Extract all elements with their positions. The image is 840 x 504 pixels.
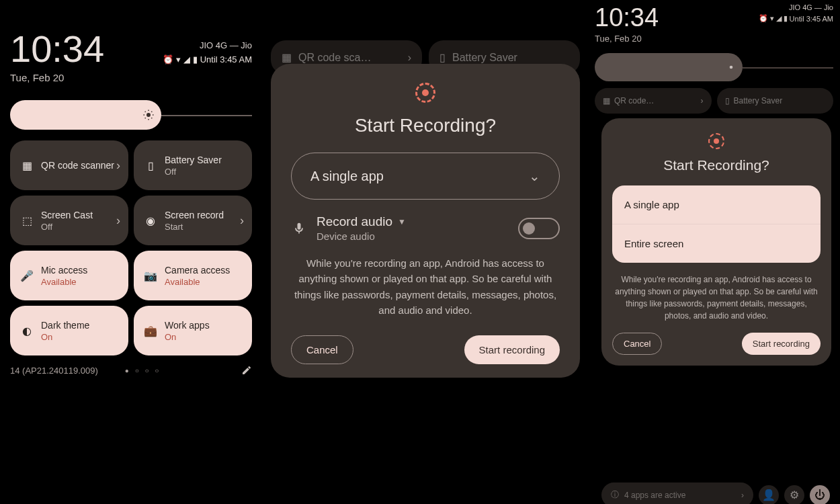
info-icon: ⓘ: [611, 489, 619, 501]
tile-title: Mic access: [41, 265, 119, 276]
date: Tue, Feb 20: [10, 72, 252, 83]
audio-toggle[interactable]: [518, 218, 560, 239]
cancel-button[interactable]: Cancel: [612, 333, 662, 355]
start-recording-button[interactable]: Start recording: [464, 335, 560, 364]
tile-battery-saver[interactable]: ▯ Battery Saver Off: [134, 140, 252, 190]
option-single-app[interactable]: A single app: [612, 185, 821, 224]
mic-icon: [291, 222, 307, 235]
panel3: 10:34 Tue, Feb 20 JIO 4G — Jio ⏰ ▾ ◢ ▮ U…: [595, 3, 833, 114]
tile-screen-cast[interactable]: ⬚ Screen Cast Off ›: [10, 196, 128, 245]
edit-icon[interactable]: [241, 365, 252, 376]
chevron-down-icon: ⌄: [529, 168, 540, 184]
warning-text: While you're recording an app, Android h…: [284, 255, 566, 318]
record-icon: [284, 83, 566, 103]
tile-work-apps[interactable]: 💼 Work apps On: [134, 306, 252, 355]
tile-title: Dark theme: [41, 320, 119, 331]
until-label: Until 3:45 AM: [200, 54, 252, 65]
scope-dropdown[interactable]: A single app ⌄: [291, 153, 560, 200]
start-recording-dialog-options: Start Recording? A single app Entire scr…: [601, 118, 831, 366]
tile-title: Screen record: [165, 210, 243, 220]
warning-text: While you're recording an app, Android h…: [612, 274, 821, 322]
battery-icon: ▯: [143, 158, 158, 173]
date: Tue, Feb 20: [595, 34, 659, 44]
quick-settings-panel: 10:34 Tue, Feb 20 JIO 4G — Jio ⏰ ▾ ◢ ▮ U…: [10, 30, 252, 376]
clock: 10:34: [595, 3, 659, 32]
qr-icon: ▦: [19, 158, 34, 173]
settings-icon[interactable]: ⚙: [784, 485, 804, 505]
bg-tile-qr: ▦QR code…›: [595, 88, 712, 114]
footer-bar: ⓘ 4 apps are active › 👤 ⚙ ⏻: [601, 482, 830, 504]
dialog-title: Start Recording?: [612, 157, 821, 173]
wifi-icon: ▾: [176, 54, 181, 65]
battery-icon: ▮: [193, 54, 198, 65]
alarm-icon: ⏰: [759, 14, 768, 23]
qr-icon: ▦: [282, 51, 292, 64]
svg-point-0: [146, 113, 151, 117]
dropdown-value: A single app: [310, 169, 384, 184]
tile-subtitle: Start: [165, 222, 243, 232]
svg-point-1: [730, 66, 733, 69]
start-recording-dialog: Start Recording? A single app ⌄ Record a…: [271, 64, 580, 378]
dark-icon: ◐: [19, 323, 34, 338]
until-label: Until 3:45 AM: [790, 15, 833, 23]
cancel-button[interactable]: Cancel: [291, 335, 353, 364]
option-entire-screen[interactable]: Entire screen: [612, 224, 821, 263]
chevron-right-icon: ›: [116, 159, 120, 173]
tile-subtitle: Available: [41, 277, 119, 287]
tile-title: Screen Cast: [41, 210, 119, 220]
mic-icon: 🎤: [19, 268, 34, 283]
brightness-slider[interactable]: [10, 100, 252, 130]
status-bar: JIO 4G — Jio ⏰ ▾ ◢ ▮ Until 3:45 AM: [163, 40, 252, 65]
carrier-label: JIO 4G — Jio: [163, 40, 252, 50]
brightness-icon: [726, 62, 736, 72]
bg-tile-battery: ▯Battery Saver: [717, 88, 834, 114]
brightness-icon: [142, 109, 155, 121]
camera-icon: 📷: [143, 268, 158, 283]
brightness-slider[interactable]: [595, 53, 833, 81]
battery-icon: ▮: [784, 14, 788, 23]
chevron-right-icon: ›: [741, 491, 744, 500]
dialog-title: Start Recording?: [284, 115, 566, 136]
tile-title: Work apps: [165, 320, 243, 331]
alarm-icon: ⏰: [163, 54, 173, 65]
build-label: 14 (AP21.240119.009): [10, 366, 98, 376]
tile-screen-record[interactable]: ◉ Screen record Start ›: [134, 196, 252, 245]
tile-subtitle: Available: [165, 277, 243, 287]
cast-icon: ⬚: [19, 213, 34, 228]
tile-title: QR code scanner: [41, 160, 119, 171]
tile-subtitle: On: [41, 332, 119, 342]
record-icon: ◉: [143, 213, 158, 228]
signal-icon: ◢: [776, 14, 782, 23]
scope-options: A single app Entire screen: [612, 185, 821, 263]
tile-subtitle: On: [165, 332, 243, 342]
tile-dark-theme[interactable]: ◐ Dark theme On: [10, 306, 128, 355]
chevron-right-icon: ›: [240, 214, 244, 228]
tile-mic-access[interactable]: 🎤 Mic access Available: [10, 251, 128, 300]
user-icon[interactable]: 👤: [759, 485, 779, 505]
tile-subtitle: Off: [165, 167, 243, 177]
start-recording-button[interactable]: Start recording: [742, 333, 821, 355]
chevron-right-icon: ›: [116, 214, 120, 228]
battery-icon: ▯: [439, 51, 446, 64]
tile-qr-code-scanner[interactable]: ▦ QR code scanner ›: [10, 140, 128, 190]
tile-camera-access[interactable]: 📷 Camera access Available: [134, 251, 252, 300]
carrier-label: JIO 4G — Jio: [759, 3, 833, 11]
signal-icon: ◢: [183, 54, 190, 65]
tile-title: Camera access: [165, 265, 243, 276]
record-audio-row[interactable]: Record audio ▼ Device audio: [284, 214, 566, 242]
active-apps-pill[interactable]: ⓘ 4 apps are active ›: [601, 482, 753, 504]
wifi-icon: ▾: [770, 14, 774, 23]
audio-title: Record audio: [317, 214, 392, 229]
tile-subtitle: Off: [41, 222, 119, 232]
page-indicator: ● ○ ○ ○: [125, 367, 161, 374]
work-icon: 💼: [143, 323, 158, 338]
dropdown-caret-icon[interactable]: ▼: [398, 217, 406, 226]
power-icon[interactable]: ⏻: [810, 485, 830, 505]
audio-subtitle: Device audio: [317, 230, 509, 242]
record-icon: [612, 133, 821, 149]
tile-title: Battery Saver: [165, 155, 243, 165]
